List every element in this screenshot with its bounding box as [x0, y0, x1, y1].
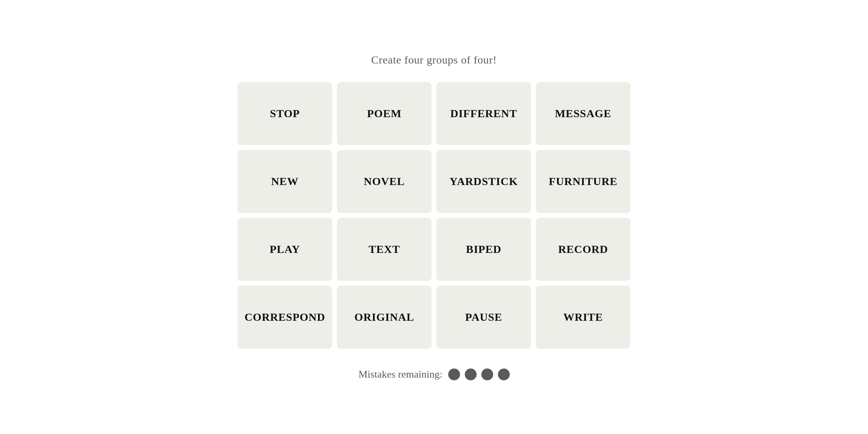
word-card-correspond[interactable]: CORRESPOND	[238, 286, 332, 349]
word-card-different[interactable]: DIFFERENT	[436, 82, 531, 145]
word-label: PAUSE	[461, 307, 506, 327]
word-card-furniture[interactable]: FURNITURE	[536, 150, 630, 213]
word-label: POEM	[363, 103, 405, 124]
word-label: YARDSTICK	[445, 171, 522, 192]
word-label: NOVEL	[360, 171, 409, 192]
mistakes-dots	[448, 369, 510, 380]
word-card-play[interactable]: PLAY	[238, 218, 332, 281]
word-card-novel[interactable]: NOVEL	[337, 150, 432, 213]
word-label: RECORD	[554, 239, 612, 260]
word-grid: STOPPOEMDIFFERENTMESSAGENEWNOVELYARDSTIC…	[238, 82, 630, 349]
word-card-write[interactable]: WRITE	[536, 286, 630, 349]
word-label: CORRESPOND	[241, 307, 329, 327]
word-card-pause[interactable]: PAUSE	[436, 286, 531, 349]
mistakes-label: Mistakes remaining:	[358, 369, 442, 380]
word-label: STOP	[266, 103, 304, 124]
word-label: PLAY	[266, 239, 304, 260]
game-subtitle: Create four groups of four!	[371, 54, 497, 66]
word-label: FURNITURE	[545, 171, 621, 192]
word-card-yardstick[interactable]: YARDSTICK	[436, 150, 531, 213]
mistake-dot-1	[448, 369, 460, 380]
word-card-poem[interactable]: POEM	[337, 82, 432, 145]
word-label: BIPED	[462, 239, 505, 260]
word-card-new[interactable]: NEW	[238, 150, 332, 213]
word-label: ORIGINAL	[350, 307, 418, 327]
mistake-dot-4	[498, 369, 510, 380]
word-label: WRITE	[559, 307, 607, 327]
word-card-original[interactable]: ORIGINAL	[337, 286, 432, 349]
word-card-record[interactable]: RECORD	[536, 218, 630, 281]
word-card-stop[interactable]: STOP	[238, 82, 332, 145]
word-label: TEXT	[365, 239, 404, 260]
word-label: NEW	[267, 171, 302, 192]
word-label: MESSAGE	[551, 103, 615, 124]
mistakes-row: Mistakes remaining:	[358, 369, 509, 380]
mistake-dot-3	[481, 369, 493, 380]
word-label: DIFFERENT	[446, 103, 521, 124]
word-card-biped[interactable]: BIPED	[436, 218, 531, 281]
mistake-dot-2	[465, 369, 477, 380]
word-card-text[interactable]: TEXT	[337, 218, 432, 281]
word-card-message[interactable]: MESSAGE	[536, 82, 630, 145]
